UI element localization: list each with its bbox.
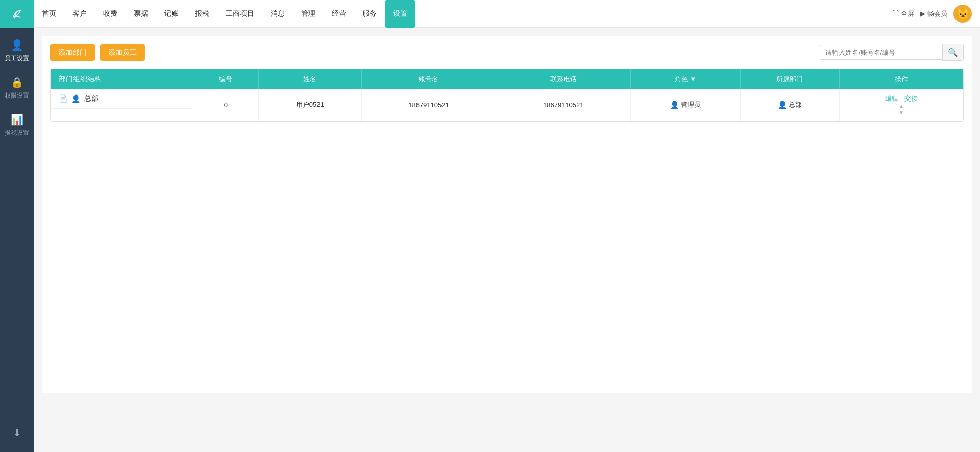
col-name: 姓名 [258, 69, 361, 89]
top-nav: 首页客户收费票据记账报税工商项目消息管理经营服务设置 ⛶ 全屏 ▶ 畅会员 🐱 [0, 0, 980, 28]
search-button[interactable]: 🔍 [942, 44, 964, 61]
svg-point-0 [9, 5, 25, 21]
nav-menu: 首页客户收费票据记账报税工商项目消息管理经营服务设置 [34, 0, 892, 28]
row-scroll[interactable]: ▲▼ [846, 103, 957, 115]
logo [0, 0, 34, 28]
vip-button[interactable]: ▶ 畅会员 [920, 9, 947, 18]
nav-item-票据[interactable]: 票据 [126, 0, 156, 28]
toolbar: 添加部门 添加员工 🔍 [50, 44, 964, 61]
sidebar-label-员工设置: 员工设置 [5, 54, 29, 63]
search-input[interactable] [820, 45, 942, 60]
avatar[interactable]: 🐱 [953, 5, 972, 23]
sidebar-icon-报税设置: 📊 [10, 112, 24, 127]
fullscreen-icon: ⛶ [892, 10, 899, 17]
transfer-link[interactable]: 交接 [904, 94, 918, 102]
sidebar-item-权限设置[interactable]: 🔒 权限设置 [0, 69, 34, 106]
cell-phone: 18679110521 [496, 89, 631, 121]
col-dept: 所属部门 [740, 69, 839, 89]
add-staff-button[interactable]: 添加员工 [100, 44, 145, 61]
fullscreen-button[interactable]: ⛶ 全屏 [892, 9, 914, 18]
cell-ops: 编辑 交接 ▲▼ [839, 89, 963, 121]
cell-account: 18679110521 [361, 89, 496, 121]
tree-item-root[interactable]: 📄 👤 总部 [51, 89, 193, 109]
cell-id: 0 [193, 89, 258, 121]
fullscreen-label: 全屏 [901, 9, 914, 18]
edit-link[interactable]: 编辑 [885, 94, 898, 102]
sidebar-label-权限设置: 权限设置 [5, 91, 29, 100]
download-icon: ⬇ [10, 425, 24, 440]
col-account: 账号名 [361, 69, 496, 89]
nav-item-客户[interactable]: 客户 [64, 0, 95, 28]
col-ops: 操作 [839, 69, 963, 89]
nav-item-管理[interactable]: 管理 [293, 0, 324, 28]
nav-item-经营[interactable]: 经营 [324, 0, 354, 28]
nav-item-报税[interactable]: 报税 [187, 0, 217, 28]
vip-icon: ▶ [920, 10, 925, 17]
tree-panel: 部门组织结构 📄 👤 总部 [51, 69, 193, 121]
tree-item-label: 总部 [84, 94, 99, 103]
file-icon: 📄 [59, 94, 67, 103]
col-role: 角色 ▼ [631, 69, 740, 89]
nav-item-收费[interactable]: 收费 [95, 0, 126, 28]
search-wrap: 🔍 [820, 44, 964, 61]
nav-item-设置[interactable]: 设置 [385, 0, 415, 28]
main-layout: 👤 员工设置 🔒 权限设置 📊 报税设置 ⬇ 添加部门 添加员工 🔍 [0, 28, 980, 452]
two-col-layout: 部门组织结构 📄 👤 总部 编号姓名账号名联系电话角色 ▼所属部门操作 0 [50, 69, 964, 122]
cell-name: 用户0521 [258, 89, 361, 121]
nav-item-首页[interactable]: 首页 [34, 0, 64, 28]
col-id: 编号 [193, 69, 258, 89]
sidebar-icon-权限设置: 🔒 [10, 75, 24, 89]
staff-table: 编号姓名账号名联系电话角色 ▼所属部门操作 0 用户0521 186791105… [193, 69, 963, 121]
sidebar-icon-员工设置: 👤 [10, 38, 24, 52]
page-content: 添加部门 添加员工 🔍 部门组织结构 📄 👤 总部 [42, 36, 972, 393]
cell-dept: 👤总部 [740, 89, 839, 121]
cell-role: 👤管理员 [631, 89, 740, 121]
nav-item-消息[interactable]: 消息 [262, 0, 293, 28]
content-area: 添加部门 添加员工 🔍 部门组织结构 📄 👤 总部 [34, 28, 980, 452]
add-dept-button[interactable]: 添加部门 [50, 44, 95, 61]
top-nav-right: ⛶ 全屏 ▶ 畅会员 🐱 [892, 5, 980, 23]
nav-item-服务[interactable]: 服务 [354, 0, 385, 28]
person-icon: 👤 [71, 94, 80, 103]
col-phone: 联系电话 [496, 69, 631, 89]
vip-label: 畅会员 [927, 9, 947, 18]
nav-item-记账[interactable]: 记账 [156, 0, 187, 28]
sidebar-item-报税设置[interactable]: 📊 报税设置 [0, 106, 34, 144]
table-row: 0 用户0521 18679110521 18679110521 👤管理员 👤总… [193, 89, 963, 121]
sidebar-bottom-icon[interactable]: ⬇ [0, 419, 34, 446]
nav-item-工商项目[interactable]: 工商项目 [217, 0, 262, 28]
tree-header: 部门组织结构 [51, 69, 193, 89]
sidebar-item-员工设置[interactable]: 👤 员工设置 [0, 32, 34, 69]
sidebar: 👤 员工设置 🔒 权限设置 📊 报税设置 ⬇ [0, 28, 34, 452]
table-panel: 编号姓名账号名联系电话角色 ▼所属部门操作 0 用户0521 186791105… [193, 69, 963, 121]
sidebar-label-报税设置: 报税设置 [5, 129, 29, 137]
